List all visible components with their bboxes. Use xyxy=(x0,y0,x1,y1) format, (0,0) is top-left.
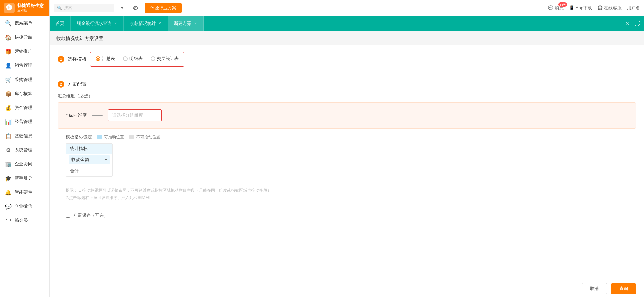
metrics-tag-label: 收款金额 xyxy=(71,157,89,163)
sidebar-item-label: 企业微信 xyxy=(15,203,32,209)
tab-bank-flow-close[interactable]: × xyxy=(114,20,117,27)
sidebar-item-search[interactable]: 🔍 搜索菜单 xyxy=(0,16,49,30)
messages-btn[interactable]: 💬 消息 99+ xyxy=(548,5,564,11)
step2-section: 2 方案配置 汇总维度（必选） * 纵向维度 —— 请选择分组维度 xyxy=(50,76,644,226)
system-icon: ⚙ xyxy=(5,147,11,153)
tab-new-plan-close[interactable]: × xyxy=(194,20,197,27)
radio-detail[interactable]: 明细表 xyxy=(123,56,143,62)
dimension-arrow-icon: —— xyxy=(92,112,103,118)
sidebar-item-marketing[interactable]: 🎁 营销推广 xyxy=(0,44,49,58)
save-section: 方案保存（可选） xyxy=(58,208,636,222)
sidebar-item-newbie[interactable]: 🎓 新手引导 xyxy=(0,171,49,185)
legend-draggable: 可拖动位置 xyxy=(97,134,124,140)
radio-cross-label: 交叉统计表 xyxy=(157,56,179,62)
metrics-table: 统计指标 收款金额 ▾ 合计 xyxy=(66,143,113,177)
metrics-tag-collection[interactable]: 收款金额 ▾ xyxy=(69,155,110,164)
tab-new-plan[interactable]: 新建方案 × xyxy=(168,16,204,31)
purchase-icon: 🛒 xyxy=(5,77,11,83)
sidebar-item-basic[interactable]: 📋 基础信息 xyxy=(0,129,49,143)
sidebar-item-label: 快捷导航 xyxy=(15,34,32,40)
online-service-btn[interactable]: 🎧 在线客服 xyxy=(597,5,622,11)
sidebar-item-inventory[interactable]: 📦 库存核算 xyxy=(0,87,49,101)
sidebar-item-finance[interactable]: 💰 资金管理 xyxy=(0,101,49,115)
metrics-dropdown-icon[interactable]: ▾ xyxy=(105,157,107,162)
app-icon: 📱 xyxy=(569,5,574,10)
step2-header: 2 方案配置 xyxy=(58,81,636,88)
app-download-btn[interactable]: 📱 App下载 xyxy=(569,5,592,11)
sidebar-item-enterprise[interactable]: 🏢 企业协同 xyxy=(0,157,49,171)
basic-icon: 📋 xyxy=(5,133,11,139)
messages-badge: 99+ xyxy=(558,2,567,7)
metrics-title: 模板指标设定 xyxy=(66,134,92,140)
finance-icon: 💰 xyxy=(5,105,11,111)
tab-new-plan-label: 新建方案 xyxy=(174,20,192,27)
sidebar-item-system[interactable]: ⚙ 系统管理 xyxy=(0,143,49,157)
expand-tab-icon[interactable]: ⛶ xyxy=(633,19,641,28)
step2-title: 方案配置 xyxy=(68,81,87,87)
radio-detail-label: 明细表 xyxy=(129,56,143,62)
sidebar-item-label: 采购管理 xyxy=(15,77,32,83)
metrics-header: 模板指标设定 可拖动位置 不可拖动位置 xyxy=(66,134,628,140)
sidebar-nav: 🔍 搜索菜单 🏠 快捷导航 🎁 营销推广 👤 销售管理 🛒 采购管理 📦 库存核… xyxy=(0,16,49,297)
save-label: 方案保存（可选） xyxy=(73,212,108,218)
sidebar-logo: 🅑 畅捷通好生意 标准版 xyxy=(0,0,49,16)
settings-gear-icon[interactable]: ⚙ xyxy=(130,3,141,13)
sidebar-item-smart[interactable]: 🔔 智能硬件 xyxy=(0,185,49,199)
logo-badge: 标准版 xyxy=(17,8,44,13)
step1-section: 1 选择模板 汇总表 明细表 交 xyxy=(50,45,644,76)
step2-badge: 2 xyxy=(58,81,64,88)
user-name: 用户名 xyxy=(627,5,640,10)
logo-title: 畅捷通好生意 xyxy=(17,3,44,9)
dimension-area: * 纵向维度 —— 请选择分组维度 xyxy=(58,102,636,129)
content-inner: 收款情况统计方案设置 1 选择模板 汇总表 明细表 xyxy=(50,31,644,297)
marketing-icon: 🎁 xyxy=(5,48,11,54)
main-area: 🔍 搜索 ▾ ⚙ 体验行业方案 💬 消息 99+ 📱 App下载 🎧 在线客服 … xyxy=(50,0,644,297)
industry-btn[interactable]: 体验行业方案 xyxy=(145,3,182,13)
tab-home[interactable]: 首页 xyxy=(50,16,71,31)
sidebar-item-label: 企业协同 xyxy=(15,161,32,167)
tab-collection-stats-label: 收款情况统计 xyxy=(130,20,156,27)
smart-icon: 🔔 xyxy=(5,189,11,195)
sidebar-item-label: 经营管理 xyxy=(15,119,32,125)
search-bar[interactable]: 🔍 搜索 xyxy=(54,4,114,12)
radio-detail-circle xyxy=(123,56,128,61)
tab-collection-stats[interactable]: 收款情况统计 × xyxy=(124,16,168,31)
newbie-icon: 🎓 xyxy=(5,175,11,181)
sidebar-item-label: 新手引导 xyxy=(15,175,32,181)
sidebar-item-label: 营销推广 xyxy=(15,48,32,54)
user-info[interactable]: 用户名 xyxy=(627,5,640,11)
tab-collection-stats-close[interactable]: × xyxy=(158,20,162,27)
ops-icon: 📊 xyxy=(5,119,11,125)
sidebar-item-wechat[interactable]: 💬 企业微信 xyxy=(0,199,49,213)
cancel-button[interactable]: 取消 xyxy=(582,283,607,294)
save-checkbox[interactable] xyxy=(66,213,70,218)
sidebar-item-quick-nav[interactable]: 🏠 快捷导航 xyxy=(0,30,49,44)
page-title: 收款情况统计方案设置 xyxy=(50,31,644,45)
search-menu-icon: 🔍 xyxy=(5,20,11,26)
online-service-label: 在线客服 xyxy=(604,5,622,11)
service-icon: 🎧 xyxy=(597,5,603,10)
radio-summary[interactable]: 汇总表 xyxy=(96,56,115,62)
tips-area: 提示： 1.拖动标题栏可以调整布局，不可跨维度或指标区域拖动栏目字段（只能在同一… xyxy=(58,183,636,205)
sidebar-item-member[interactable]: 🏷 畅会员 xyxy=(0,213,49,228)
header: 🔍 搜索 ▾ ⚙ 体验行业方案 💬 消息 99+ 📱 App下载 🎧 在线客服 … xyxy=(50,0,644,16)
sidebar-item-purchase[interactable]: 🛒 采购管理 xyxy=(0,72,49,87)
radio-summary-label: 汇总表 xyxy=(102,56,115,62)
dimension-row: * 纵向维度 —— 请选择分组维度 xyxy=(66,109,628,121)
member-icon: 🏷 xyxy=(5,217,11,224)
tip-line1: 提示： 1.拖动标题栏可以调整布局，不可跨维度或指标区域拖动栏目字段（只能在同一… xyxy=(66,187,628,194)
dimension-select[interactable]: 请选择分组维度 xyxy=(108,109,162,121)
sidebar-item-sales[interactable]: 👤 销售管理 xyxy=(0,58,49,72)
sidebar-item-ops[interactable]: 📊 经营管理 xyxy=(0,115,49,129)
query-button[interactable]: 查询 xyxy=(611,283,636,294)
legend-nodrag: 不可拖动位置 xyxy=(129,134,160,140)
radio-cross[interactable]: 交叉统计表 xyxy=(151,56,179,62)
radio-summary-circle xyxy=(96,56,100,61)
header-dropdown-icon[interactable]: ▾ xyxy=(118,4,126,12)
content-area: 收款情况统计方案设置 1 选择模板 汇总表 明细表 xyxy=(50,31,644,297)
metrics-table-header: 统计指标 xyxy=(66,144,112,154)
tab-bank-flow[interactable]: 现金银行流水查询 × xyxy=(71,16,124,31)
close-tab-icon[interactable]: ✕ xyxy=(624,19,631,28)
sidebar: 🅑 畅捷通好生意 标准版 🔍 搜索菜单 🏠 快捷导航 🎁 营销推广 👤 销售管理… xyxy=(0,0,50,297)
sidebar-item-label: 畅会员 xyxy=(15,217,28,224)
